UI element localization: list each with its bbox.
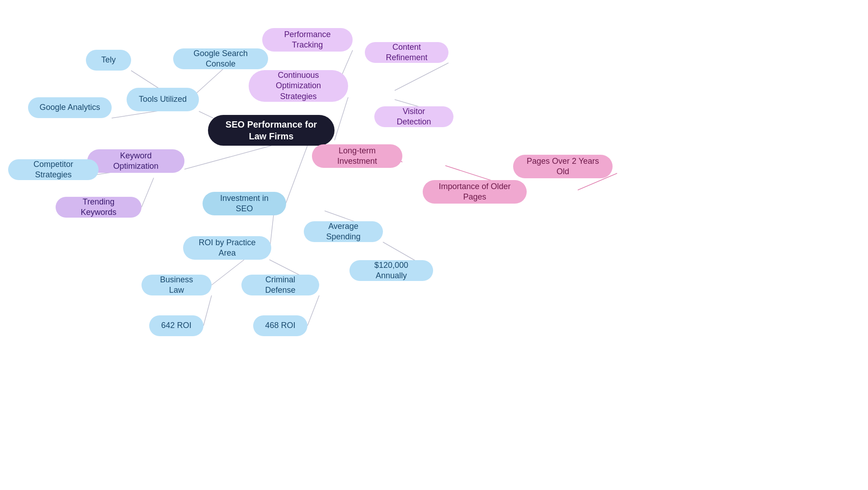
- keyword-optimization-node: Keyword Optimization: [87, 149, 184, 173]
- roi-by-practice-area-node: ROI by Practice Area: [183, 236, 271, 260]
- roi-468-node: 468 ROI: [253, 315, 307, 336]
- svg-line-6: [142, 178, 154, 207]
- svg-line-11: [203, 295, 212, 326]
- criminal-defense-node: Criminal Defense: [241, 275, 319, 295]
- svg-line-7: [286, 146, 307, 204]
- svg-line-15: [335, 97, 348, 140]
- visitor-detection-node: Visitor Detection: [374, 106, 453, 127]
- importance-of-older-pages-node: Importance of Older Pages: [423, 180, 527, 204]
- pages-over-2-years-node: Pages Over 2 Years Old: [513, 155, 613, 178]
- svg-line-4: [184, 146, 271, 169]
- svg-line-12: [307, 295, 319, 326]
- performance-tracking-node: Performance Tracking: [262, 28, 353, 52]
- long-term-investment-node: Long-term Investment: [312, 144, 402, 168]
- roi-642-node: 642 ROI: [149, 315, 203, 336]
- tely-node: Tely: [86, 50, 131, 71]
- svg-line-2: [194, 69, 223, 95]
- google-search-console-node: Google Search Console: [173, 48, 268, 69]
- tools-utilized-node: Tools Utilized: [127, 88, 199, 111]
- competitor-strategies-node: Competitor Strategies: [8, 159, 99, 180]
- investment-in-seo-node: Investment in SEO: [203, 192, 286, 215]
- svg-line-8: [270, 215, 274, 248]
- svg-line-9: [212, 260, 244, 285]
- business-law-node: Business Law: [142, 275, 212, 295]
- content-refinement-node: Content Refinement: [365, 42, 448, 63]
- average-spending-node: Average Spending: [304, 221, 383, 242]
- google-analytics-node: Google Analytics: [28, 97, 112, 118]
- trending-keywords-node: Trending Keywords: [56, 197, 142, 218]
- svg-line-17: [395, 63, 448, 90]
- center-node: SEO Performance for Law Firms: [208, 115, 335, 146]
- continuous-optimization-node: Continuous Optimization Strategies: [249, 70, 348, 102]
- spending-amount-node: $120,000 Annually: [349, 260, 433, 281]
